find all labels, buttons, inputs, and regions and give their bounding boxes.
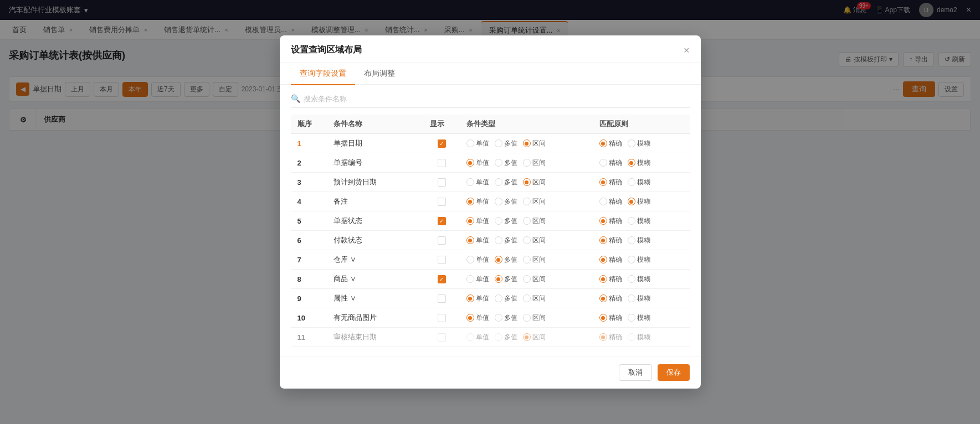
radio-label: 精确 — [609, 236, 622, 245]
row-match-option-精确[interactable]: 精确 — [599, 275, 622, 284]
row-match-option-模糊[interactable]: 模糊 — [628, 197, 650, 206]
row-type-option-多值[interactable]: 多值 — [495, 313, 517, 323]
radio-label: 多值 — [504, 197, 517, 206]
radio-circle — [599, 256, 607, 263]
row-show-checkbox[interactable] — [438, 217, 446, 225]
row-type-option-单值[interactable]: 单值 — [466, 216, 489, 226]
radio-circle — [628, 236, 635, 244]
row-show-checkbox[interactable] — [438, 178, 446, 187]
row-type-option-单值[interactable]: 单值 — [466, 139, 489, 148]
row-type-option-单值[interactable]: 单值 — [466, 178, 489, 187]
row-match-option-模糊[interactable]: 模糊 — [628, 255, 650, 265]
row-show-checkbox[interactable] — [438, 236, 446, 245]
radio-circle — [466, 198, 474, 205]
row-type-option-多值[interactable]: 多值 — [495, 333, 517, 342]
row-type-option-单值[interactable]: 单值 — [466, 197, 489, 206]
row-match-option-精确[interactable]: 精确 — [599, 236, 622, 245]
radio-circle — [495, 333, 502, 341]
radio-circle — [599, 217, 607, 225]
settings-row: 2单据编号单值多值区间精确模糊 — [291, 153, 690, 173]
row-type-option-区间[interactable]: 区间 — [523, 197, 546, 206]
row-type-option-多值[interactable]: 多值 — [495, 275, 517, 284]
row-match-option-精确[interactable]: 精确 — [599, 158, 622, 168]
radio-circle — [466, 159, 474, 167]
row-match-option-精确[interactable]: 精确 — [599, 216, 622, 226]
row-type-option-区间[interactable]: 区间 — [523, 333, 546, 342]
row-show-checkbox[interactable] — [438, 256, 446, 264]
row-type-option-区间[interactable]: 区间 — [523, 255, 546, 265]
row-type-option-单值[interactable]: 单值 — [466, 158, 489, 168]
row-type-option-多值[interactable]: 多值 — [495, 294, 517, 303]
tab-query-fields[interactable]: 查询字段设置 — [291, 63, 355, 85]
radio-label: 精确 — [609, 178, 622, 187]
row-type-option-区间[interactable]: 区间 — [523, 313, 546, 323]
radio-label: 区间 — [532, 236, 546, 245]
row-match-option-精确[interactable]: 精确 — [599, 197, 622, 206]
row-match-cell: 精确模糊 — [593, 192, 690, 211]
row-match-option-模糊[interactable]: 模糊 — [628, 313, 650, 323]
radio-circle — [466, 275, 474, 283]
row-show-checkbox[interactable] — [438, 314, 446, 322]
search-input[interactable] — [304, 95, 690, 103]
row-type-option-区间[interactable]: 区间 — [523, 236, 546, 245]
row-type-option-多值[interactable]: 多值 — [495, 197, 517, 206]
row-type-option-区间[interactable]: 区间 — [523, 178, 546, 187]
row-match-option-精确[interactable]: 精确 — [599, 294, 622, 303]
row-show-checkbox[interactable] — [438, 333, 446, 342]
save-button[interactable]: 保存 — [658, 364, 690, 381]
row-match-option-精确[interactable]: 精确 — [599, 178, 622, 187]
row-type-option-区间[interactable]: 区间 — [523, 275, 546, 284]
cancel-button[interactable]: 取消 — [619, 364, 652, 381]
row-match-cell: 精确模糊 — [593, 153, 690, 173]
row-type-option-单值[interactable]: 单值 — [466, 236, 489, 245]
row-match-option-模糊[interactable]: 模糊 — [628, 178, 650, 187]
row-type-option-多值[interactable]: 多值 — [495, 255, 517, 265]
row-show-checkbox[interactable] — [438, 159, 446, 167]
row-type-option-单值[interactable]: 单值 — [466, 255, 489, 265]
row-match-option-模糊[interactable]: 模糊 — [628, 139, 650, 148]
row-type-option-多值[interactable]: 多值 — [495, 216, 517, 226]
row-match-cell: 精确模糊 — [593, 328, 690, 347]
row-match-option-模糊[interactable]: 模糊 — [628, 275, 650, 284]
row-type-option-区间[interactable]: 区间 — [523, 294, 546, 303]
row-type-option-区间[interactable]: 区间 — [523, 216, 546, 226]
row-type-cell: 单值多值区间 — [460, 153, 593, 173]
row-show-checkbox[interactable] — [438, 294, 446, 303]
settings-table-header: 顺序 条件名称 显示 条件类型 匹配原则 — [291, 115, 690, 134]
row-match-option-模糊[interactable]: 模糊 — [628, 158, 650, 168]
row-show-checkbox[interactable] — [438, 275, 446, 283]
row-type-option-区间[interactable]: 区间 — [523, 158, 546, 168]
radio-label: 模糊 — [637, 294, 650, 303]
row-type-option-多值[interactable]: 多值 — [495, 178, 517, 187]
radio-circle — [628, 217, 635, 225]
radio-circle — [495, 275, 502, 283]
row-type-option-多值[interactable]: 多值 — [495, 139, 517, 148]
tab-layout-adjust[interactable]: 布局调整 — [355, 63, 404, 85]
radio-circle — [466, 333, 474, 341]
row-type-cell: 单值多值区间 — [460, 173, 593, 192]
row-type-option-区间[interactable]: 区间 — [523, 139, 546, 148]
row-type-option-单值[interactable]: 单值 — [466, 275, 489, 284]
row-match-option-精确[interactable]: 精确 — [599, 139, 622, 148]
row-show-checkbox[interactable] — [438, 139, 446, 148]
th-order: 顺序 — [291, 115, 327, 134]
row-match-option-精确[interactable]: 精确 — [599, 313, 622, 323]
row-match-option-精确[interactable]: 精确 — [599, 255, 622, 265]
th-match: 匹配原则 — [593, 115, 690, 134]
row-type-option-多值[interactable]: 多值 — [495, 236, 517, 245]
row-show-checkbox[interactable] — [438, 198, 446, 206]
radio-label: 单值 — [476, 313, 489, 323]
row-match-option-模糊[interactable]: 模糊 — [628, 333, 650, 342]
row-type-option-多值[interactable]: 多值 — [495, 158, 517, 168]
row-match-option-模糊[interactable]: 模糊 — [628, 216, 650, 226]
row-type-option-单值[interactable]: 单值 — [466, 313, 489, 323]
row-type-option-单值[interactable]: 单值 — [466, 333, 489, 342]
row-match-option-模糊[interactable]: 模糊 — [628, 236, 650, 245]
row-match-option-精确[interactable]: 精确 — [599, 333, 622, 342]
row-show-cell — [423, 231, 459, 250]
radio-circle — [523, 333, 531, 341]
dialog-close-icon[interactable]: × — [684, 45, 690, 55]
row-match-option-模糊[interactable]: 模糊 — [628, 294, 650, 303]
row-type-option-单值[interactable]: 单值 — [466, 294, 489, 303]
radio-label: 多值 — [504, 236, 517, 245]
